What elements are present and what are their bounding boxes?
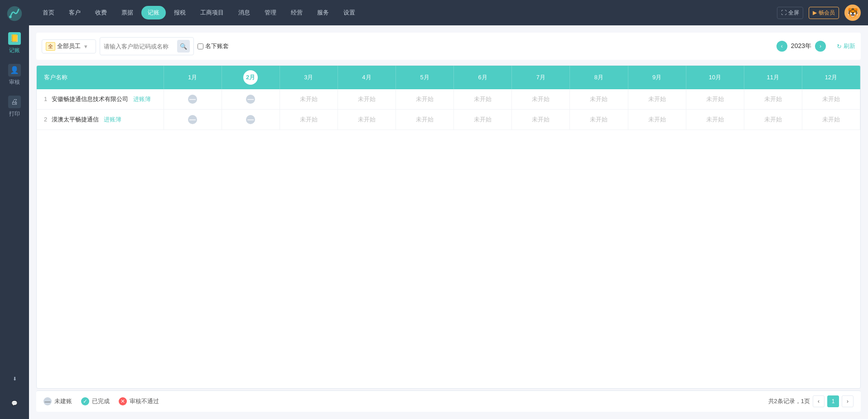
checkbox-myaccounts[interactable]: 名下账套 xyxy=(198,42,229,50)
svg-point-1 xyxy=(9,16,11,18)
nav-message[interactable]: 消息 xyxy=(232,6,256,19)
cell-month-11: 未开始 xyxy=(744,110,802,130)
prev-year-button[interactable]: ‹ xyxy=(776,41,787,52)
legend-not-created: — 未建账 xyxy=(43,397,72,405)
cell-month-1: — xyxy=(164,110,222,130)
cell-month-3: 未开始 xyxy=(280,89,338,110)
current-year: 2023年 xyxy=(791,42,811,50)
nav-settings[interactable]: 设置 xyxy=(337,6,362,19)
not-started-label: 未开始 xyxy=(648,96,666,102)
myaccounts-checkbox[interactable] xyxy=(198,43,203,49)
sidebar-download[interactable]: ⬇ xyxy=(0,367,29,390)
vip-button[interactable]: ▶ 畅会员 xyxy=(809,7,839,19)
not-started-label: 未开始 xyxy=(358,116,376,123)
bookkeeping-icon: 📒 xyxy=(8,32,21,45)
legend-dot-grey: — xyxy=(43,397,52,405)
topnav: 首页 客户 收费 票据 记账 报税 工商项目 消息 管理 经营 服务 设置 ⛶ … xyxy=(29,0,868,25)
not-started-label: 未开始 xyxy=(706,96,724,102)
not-started-label: 未开始 xyxy=(300,116,318,123)
nav-service[interactable]: 服务 xyxy=(311,6,335,19)
company-name: 安徽畅捷通信息技术有限公司 xyxy=(52,96,128,102)
col-nov: 11月 xyxy=(744,66,802,89)
employee-label: 全部员工 xyxy=(57,42,81,50)
not-started-label: 未开始 xyxy=(822,116,840,123)
legend-failed-label: 审核不通过 xyxy=(130,397,159,405)
chevron-down-icon: ▾ xyxy=(84,43,87,50)
search-button[interactable]: 🔍 xyxy=(177,40,190,53)
nav-manage[interactable]: 管理 xyxy=(258,6,283,19)
logo-icon xyxy=(6,5,23,22)
row-number: 2 xyxy=(44,116,47,123)
audit-icon: 👤 xyxy=(8,64,21,77)
nav-home[interactable]: 首页 xyxy=(36,6,61,19)
nav-tax[interactable]: 报税 xyxy=(168,6,192,19)
cell-month-1: — xyxy=(164,89,222,110)
not-started-label: 未开始 xyxy=(474,96,492,102)
cell-month-4: 未开始 xyxy=(338,110,395,130)
not-started-label: 未开始 xyxy=(590,96,608,102)
pagination-info: 共2条记录，1页 xyxy=(768,397,810,405)
employee-select[interactable]: 全 全部员工 ▾ xyxy=(42,39,96,53)
col-jul: 7月 xyxy=(512,66,570,89)
cell-month-5: 未开始 xyxy=(396,89,454,110)
sidebar: 📒 记账 👤 审核 🖨 打印 ⬇ 💬 xyxy=(0,0,29,419)
search-icon: 🔍 xyxy=(180,43,187,50)
legend: — 未建账 ✓ 已完成 ✕ 审核不通过 xyxy=(43,397,159,405)
fullscreen-icon: ⛶ xyxy=(781,10,786,16)
user-avatar[interactable]: 🐯 xyxy=(844,5,861,21)
sidebar-item-bookkeeping-label: 记账 xyxy=(9,47,20,54)
not-started-label: 未开始 xyxy=(648,116,666,123)
enter-link[interactable]: 进账簿 xyxy=(133,96,151,102)
status-dash-icon: — xyxy=(188,95,197,104)
col-aug: 8月 xyxy=(570,66,628,89)
fullscreen-label: 全屏 xyxy=(788,9,799,17)
nav-invoice[interactable]: 票据 xyxy=(115,6,140,19)
col-jun: 6月 xyxy=(454,66,512,89)
sidebar-chat[interactable]: 💬 xyxy=(0,392,29,414)
nav-bookkeeping[interactable]: 记账 xyxy=(141,6,166,19)
cell-month-10: 未开始 xyxy=(686,89,744,110)
nav-customer[interactable]: 客户 xyxy=(63,6,87,19)
legend-completed: ✓ 已完成 xyxy=(81,397,110,405)
col-mar: 3月 xyxy=(280,66,338,89)
current-month-circle: 2月 xyxy=(243,70,258,85)
cell-month-11: 未开始 xyxy=(744,89,802,110)
footer: — 未建账 ✓ 已完成 ✕ 审核不通过 共2条记录，1页 ‹ 1 › xyxy=(36,390,861,412)
refresh-button[interactable]: ↻ 刷新 xyxy=(837,42,855,50)
next-year-button[interactable]: › xyxy=(815,41,826,52)
not-started-label: 未开始 xyxy=(416,116,434,123)
main-table-container: 客户名称 1月 2月 3月 4月 5月 6月 7月 8月 9月 10月 xyxy=(36,65,861,389)
next-page-button[interactable]: › xyxy=(842,395,854,407)
legend-dot-teal: ✓ xyxy=(81,397,89,405)
cell-month-2: — xyxy=(222,89,280,110)
cell-month-4: 未开始 xyxy=(338,89,395,110)
search-input[interactable] xyxy=(104,43,176,50)
vip-icon: ▶ xyxy=(813,10,817,16)
refresh-label: 刷新 xyxy=(844,42,855,50)
status-dash-icon: — xyxy=(188,115,197,124)
prev-page-button[interactable]: ‹ xyxy=(813,395,825,407)
main-area: 首页 客户 收费 票据 记账 报税 工商项目 消息 管理 经营 服务 设置 ⛶ … xyxy=(29,0,868,419)
sidebar-item-audit[interactable]: 👤 审核 xyxy=(0,59,29,91)
myaccounts-label: 名下账套 xyxy=(205,42,229,50)
status-dash-icon: — xyxy=(246,95,255,104)
legend-completed-label: 已完成 xyxy=(92,397,110,405)
not-started-label: 未开始 xyxy=(532,96,550,102)
col-customer-name: 客户名称 xyxy=(37,66,164,89)
nav-business[interactable]: 工商项目 xyxy=(194,6,230,19)
cell-customer-name: 2 漠澳太平畅捷通信 进账簿 xyxy=(37,110,164,130)
company-name: 漠澳太平畅捷通信 xyxy=(52,116,99,123)
enter-link[interactable]: 进账簿 xyxy=(104,116,121,123)
sidebar-item-bookkeeping[interactable]: 📒 记账 xyxy=(0,27,29,59)
nav-billing[interactable]: 收费 xyxy=(89,6,113,19)
sidebar-item-print[interactable]: 🖨 打印 xyxy=(0,91,29,122)
page-1-button[interactable]: 1 xyxy=(827,395,839,407)
fullscreen-button[interactable]: ⛶ 全屏 xyxy=(777,7,803,19)
table-row: 1 安徽畅捷通信息技术有限公司 进账簿——未开始未开始未开始未开始未开始未开始未… xyxy=(37,89,860,110)
table-header-row: 客户名称 1月 2月 3月 4月 5月 6月 7月 8月 9月 10月 xyxy=(37,66,860,89)
col-oct: 10月 xyxy=(686,66,744,89)
vip-label: 畅会员 xyxy=(819,9,835,17)
toolbar: 全 全部员工 ▾ 🔍 名下账套 ‹ 2023年 › ↻ 刷 xyxy=(36,33,861,60)
nav-operations[interactable]: 经营 xyxy=(285,6,309,19)
cell-month-6: 未开始 xyxy=(454,89,512,110)
